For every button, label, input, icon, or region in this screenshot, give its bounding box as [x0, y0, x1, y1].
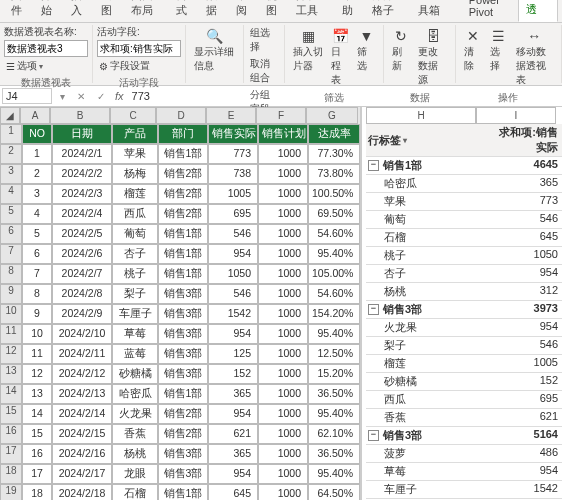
tab-审阅[interactable]: 审阅: [229, 0, 259, 22]
cell[interactable]: 12: [22, 364, 52, 384]
cell[interactable]: 36.50%: [308, 384, 360, 404]
cell[interactable]: 销售3部: [158, 324, 208, 344]
pivot-item-value[interactable]: 954: [498, 266, 562, 281]
drill-button[interactable]: 🔍显示详细信息: [190, 25, 239, 75]
cell[interactable]: 954: [208, 464, 258, 484]
cell[interactable]: 2024/2/14: [52, 404, 112, 424]
cell[interactable]: 365: [208, 444, 258, 464]
pivot-item[interactable]: 梨子: [366, 338, 498, 353]
dropdown-icon[interactable]: ▾: [54, 91, 71, 102]
cell[interactable]: 苹果: [112, 144, 158, 164]
select-all[interactable]: ◢: [0, 107, 20, 124]
cell[interactable]: 10: [22, 324, 52, 344]
cell[interactable]: 2: [22, 164, 52, 184]
col-D[interactable]: D: [156, 107, 206, 124]
cell[interactable]: 100.50%: [308, 184, 360, 204]
cell[interactable]: 草莓: [112, 324, 158, 344]
col-B[interactable]: B: [50, 107, 110, 124]
row-18[interactable]: 18: [0, 464, 22, 484]
cell[interactable]: 7: [22, 264, 52, 284]
cell[interactable]: 榴莲: [112, 184, 158, 204]
row-5[interactable]: 5: [0, 204, 22, 224]
cell[interactable]: 梨子: [112, 284, 158, 304]
tab-页面布局[interactable]: 页面布局: [124, 0, 170, 22]
cell[interactable]: 2024/2/8: [52, 284, 112, 304]
pivot-item-value[interactable]: 546: [498, 338, 562, 353]
pivot-item[interactable]: 草莓: [366, 464, 498, 479]
pivot-item-value[interactable]: 1005: [498, 356, 562, 371]
pivot-item-value[interactable]: 365: [498, 176, 562, 191]
header-cell[interactable]: 部门: [158, 124, 208, 144]
row-10[interactable]: 10: [0, 304, 22, 324]
name-box[interactable]: J4: [2, 88, 52, 104]
row-15[interactable]: 15: [0, 404, 22, 424]
cell[interactable]: 54.60%: [308, 284, 360, 304]
pivot-item[interactable]: 杏子: [366, 266, 498, 281]
cell[interactable]: 2024/2/13: [52, 384, 112, 404]
cell[interactable]: 销售1部: [158, 484, 208, 500]
pivot-item-value[interactable]: 1050: [498, 248, 562, 263]
cell[interactable]: 5: [22, 224, 52, 244]
pivot-item[interactable]: 车厘子: [366, 482, 498, 497]
row-9[interactable]: 9: [0, 284, 22, 304]
pivot-group-total[interactable]: 3973: [498, 302, 562, 317]
cell[interactable]: 2024/2/6: [52, 244, 112, 264]
cell[interactable]: 1000: [258, 404, 308, 424]
cell[interactable]: 1000: [258, 444, 308, 464]
tab-DIY工具箱[interactable]: DIY工具箱: [411, 0, 462, 22]
cell[interactable]: 1000: [258, 164, 308, 184]
tab-开始[interactable]: 开始: [34, 0, 64, 22]
header-cell[interactable]: NO: [22, 124, 52, 144]
cell[interactable]: 2024/2/15: [52, 424, 112, 444]
cancel-icon[interactable]: ✕: [71, 91, 91, 102]
cell[interactable]: 77.30%: [308, 144, 360, 164]
pivot-item-value[interactable]: 312: [498, 284, 562, 299]
pivot-group[interactable]: −销售1部: [366, 158, 498, 173]
cell[interactable]: 销售1部: [158, 144, 208, 164]
pivot-item-value[interactable]: 1542: [498, 482, 562, 497]
cell[interactable]: 销售2部: [158, 204, 208, 224]
pivot-item[interactable]: 砂糖橘: [366, 374, 498, 389]
pivot-item[interactable]: 榴莲: [366, 356, 498, 371]
options-button[interactable]: ☰选项▾: [4, 58, 45, 74]
cell[interactable]: 杨梅: [112, 164, 158, 184]
row-17[interactable]: 17: [0, 444, 22, 464]
cell[interactable]: 1000: [258, 264, 308, 284]
cell[interactable]: 销售1部: [158, 224, 208, 244]
active-field-input[interactable]: [97, 40, 181, 57]
cell[interactable]: 54.60%: [308, 224, 360, 244]
cell[interactable]: 销售2部: [158, 184, 208, 204]
cell[interactable]: 36.50%: [308, 444, 360, 464]
cell[interactable]: 154.20%: [308, 304, 360, 324]
cell[interactable]: 2024/2/12: [52, 364, 112, 384]
cell[interactable]: 954: [208, 324, 258, 344]
cell[interactable]: 95.40%: [308, 464, 360, 484]
pivot-item-value[interactable]: 152: [498, 374, 562, 389]
cell[interactable]: 9: [22, 304, 52, 324]
cell[interactable]: 738: [208, 164, 258, 184]
header-cell[interactable]: 销售实际: [208, 124, 258, 144]
cell[interactable]: 销售3部: [158, 304, 208, 324]
row-14[interactable]: 14: [0, 384, 22, 404]
cell[interactable]: 95.40%: [308, 324, 360, 344]
cell[interactable]: 销售3部: [158, 364, 208, 384]
cell[interactable]: 95.40%: [308, 244, 360, 264]
tab-视图[interactable]: 视图: [259, 0, 289, 22]
cell[interactable]: 69.50%: [308, 204, 360, 224]
cell[interactable]: 6: [22, 244, 52, 264]
cell[interactable]: 14: [22, 404, 52, 424]
cell[interactable]: 砂糖橘: [112, 364, 158, 384]
col-C[interactable]: C: [110, 107, 156, 124]
cell[interactable]: 64.50%: [308, 484, 360, 500]
pivot-item-value[interactable]: 486: [498, 446, 562, 461]
cell[interactable]: 销售2部: [158, 404, 208, 424]
header-cell[interactable]: 产品: [112, 124, 158, 144]
pivot-item[interactable]: 杨桃: [366, 284, 498, 299]
cell[interactable]: 石榴: [112, 484, 158, 500]
cell[interactable]: 1: [22, 144, 52, 164]
cell[interactable]: 车厘子: [112, 304, 158, 324]
collapse-icon[interactable]: −: [368, 160, 379, 171]
pivot-group[interactable]: −销售3部: [366, 302, 498, 317]
formula-input[interactable]: 773: [128, 90, 562, 102]
cell[interactable]: 2024/2/2: [52, 164, 112, 184]
